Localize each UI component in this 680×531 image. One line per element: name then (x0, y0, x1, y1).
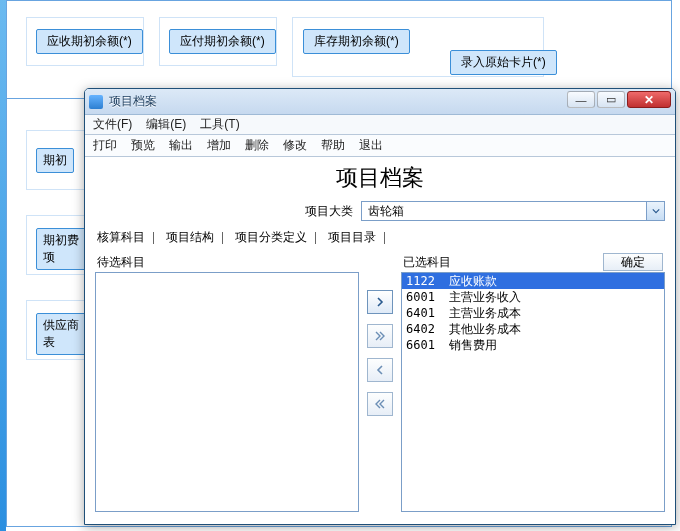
window-title: 项目档案 (109, 93, 157, 110)
list-item[interactable]: 1122 应收账款 (402, 273, 664, 289)
move-all-left-button[interactable] (367, 392, 393, 416)
move-right-button[interactable] (367, 290, 393, 314)
bg-btn-orig-card[interactable]: 录入原始卡片(*) (450, 50, 557, 75)
menu-edit[interactable]: 编辑(E) (146, 116, 186, 133)
list-item[interactable]: 6402 其他业务成本 (402, 321, 664, 337)
close-icon: ✕ (644, 93, 654, 107)
menubar: 文件(F) 编辑(E) 工具(T) (85, 115, 675, 135)
move-left-button[interactable] (367, 358, 393, 382)
right-list-label: 已选科目 (403, 254, 451, 271)
tool-exit[interactable]: 退出 (359, 137, 383, 154)
maximize-icon: ▭ (606, 93, 616, 106)
section-classdef[interactable]: 项目分类定义 (233, 229, 309, 246)
menu-tools[interactable]: 工具(T) (200, 116, 239, 133)
tool-export[interactable]: 输出 (169, 137, 193, 154)
minimize-icon: — (576, 94, 587, 106)
category-value: 齿轮箱 (362, 203, 646, 220)
tool-help[interactable]: 帮助 (321, 137, 345, 154)
bg-btn-pay-open[interactable]: 应付期初余额(*) (169, 29, 276, 54)
tool-print[interactable]: 打印 (93, 137, 117, 154)
dialog-window: 项目档案 — ▭ ✕ 文件(F) 编辑(E) 工具(T) 打印 预览 输出 增加… (84, 88, 676, 525)
chevron-down-icon[interactable] (646, 202, 664, 220)
bg-btn-left-b[interactable]: 期初费 项 (36, 228, 86, 270)
menu-file[interactable]: 文件(F) (93, 116, 132, 133)
tool-preview[interactable]: 预览 (131, 137, 155, 154)
section-structure[interactable]: 项目结构 (164, 229, 216, 246)
bg-btn-left-c[interactable]: 供应商 表 (36, 313, 86, 355)
tool-modify[interactable]: 修改 (283, 137, 307, 154)
move-all-right-button[interactable] (367, 324, 393, 348)
close-button[interactable]: ✕ (627, 91, 671, 108)
ok-button[interactable]: 确定 (603, 253, 663, 271)
section-catalog[interactable]: 项目目录 (326, 229, 378, 246)
section-links: 核算科目 项目结构 项目分类定义 项目目录 (95, 229, 665, 246)
list-item[interactable]: 6401 主营业务成本 (402, 305, 664, 321)
list-item[interactable]: 6601 销售费用 (402, 337, 664, 353)
minimize-button[interactable]: — (567, 91, 595, 108)
right-column: 已选科目 确定 1122 应收账款6001 主营业务收入6401 主营业务成本6… (401, 252, 665, 512)
category-combo[interactable]: 齿轮箱 (361, 201, 665, 221)
page-heading: 项目档案 (95, 163, 665, 193)
transfer-buttons (363, 252, 397, 512)
bg-btn-left-a[interactable]: 期初 (36, 148, 74, 173)
right-listbox[interactable]: 1122 应收账款6001 主营业务收入6401 主营业务成本6402 其他业务… (401, 272, 665, 512)
app-icon (89, 95, 103, 109)
section-accounts[interactable]: 核算科目 (95, 229, 147, 246)
left-listbox[interactable] (95, 272, 359, 512)
maximize-button[interactable]: ▭ (597, 91, 625, 108)
left-column: 待选科目 (95, 252, 359, 512)
list-item[interactable]: 6001 主营业务收入 (402, 289, 664, 305)
category-label: 项目大类 (95, 203, 353, 220)
tool-delete[interactable]: 删除 (245, 137, 269, 154)
titlebar[interactable]: 项目档案 — ▭ ✕ (85, 89, 675, 115)
tool-add[interactable]: 增加 (207, 137, 231, 154)
left-list-label: 待选科目 (97, 254, 145, 271)
bg-btn-recv-open[interactable]: 应收期初余额(*) (36, 29, 143, 54)
toolbar: 打印 预览 输出 增加 删除 修改 帮助 退出 (85, 135, 675, 157)
bg-btn-stock-open[interactable]: 库存期初余额(*) (303, 29, 410, 54)
